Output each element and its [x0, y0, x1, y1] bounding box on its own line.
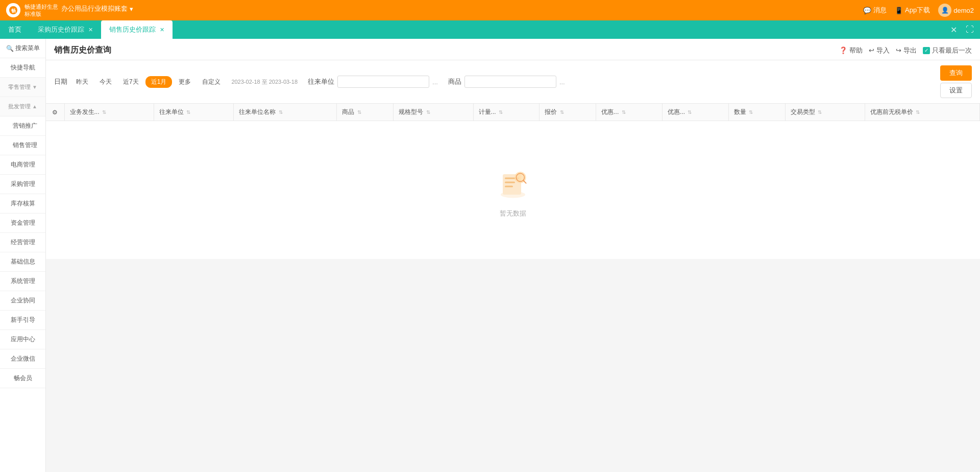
close-window-btn[interactable]: ✕ [947, 23, 960, 36]
tab-purchase-history[interactable]: 采购历史价跟踪 ✕ [30, 20, 101, 39]
product-dots[interactable]: ... [559, 78, 565, 86]
table-header-pre-tax-price[interactable]: 优惠前无税单价 ⇅ [865, 104, 980, 121]
sidebar-item-guide[interactable]: 新手引导 [0, 311, 45, 330]
sidebar-item-inventory[interactable]: 库存核算 [0, 194, 45, 214]
table-header-spec[interactable]: 规格型号 ⇅ [394, 104, 473, 121]
svg-rect-6 [505, 185, 513, 187]
date-btn-custom[interactable]: 自定义 [198, 76, 225, 88]
date-label: 日期 [54, 77, 67, 86]
sort-icon: ⇅ [818, 109, 822, 115]
date-filter-group: 日期 昨天 今天 近7天 近1月 更多 自定义 2023-02-18 至 202… [54, 76, 298, 88]
sidebar: 🔍 搜索菜单 快捷导航 零售管理 ▼ 批发管理 ▲ 营销推广 销售管理 电商管理… [0, 39, 46, 472]
table-header-discount2[interactable]: 优惠... ⇅ [663, 104, 729, 121]
sort-icon: ⇅ [102, 109, 106, 115]
tab-purchase-history-close[interactable]: ✕ [88, 27, 93, 33]
table-header-partner-code[interactable]: 往来单位 ⇅ [154, 104, 233, 121]
sort-icon: ⇅ [622, 109, 626, 115]
partner-input[interactable] [337, 76, 429, 88]
sort-icon: ⇅ [560, 109, 564, 115]
sidebar-item-app-center[interactable]: 应用中心 [0, 330, 45, 349]
sort-icon: ⇅ [357, 109, 361, 115]
page-actions: ❓ 帮助 ↩ 导入 ↪ 导出 ✓ 只看最后一次 [839, 46, 972, 55]
tab-sales-history[interactable]: 销售历史价跟踪 ✕ [101, 20, 173, 39]
page-header: 销售历史价查询 ❓ 帮助 ↩ 导入 ↪ 导出 ✓ [46, 39, 980, 60]
avatar: 👤 [938, 4, 951, 17]
sort-icon: ⇅ [688, 109, 692, 115]
svg-rect-5 [505, 181, 515, 183]
sidebar-item-system[interactable]: 系统管理 [0, 272, 45, 291]
export-btn[interactable]: ↪ 导出 [896, 46, 917, 55]
sidebar-item-ecommerce[interactable]: 电商管理 [0, 155, 45, 175]
sort-icon: ⇅ [499, 109, 503, 115]
empty-illustration [493, 162, 533, 203]
empty-text: 暂无数据 [500, 209, 526, 218]
date-btn-last7[interactable]: 近7天 [118, 76, 143, 88]
gear-icon: ⚙ [52, 109, 58, 116]
top-right-actions: 💬 消息 📱 App下载 👤 demo2 [863, 4, 974, 17]
sidebar-item-retail[interactable]: 零售管理 ▼ [0, 78, 45, 97]
table-header-gear[interactable]: ⚙ [46, 104, 64, 121]
sidebar-item-wechat[interactable]: 企业微信 [0, 349, 45, 369]
logo-area: 畅 畅捷通好生意 标准版 [6, 3, 58, 18]
date-btn-today[interactable]: 今天 [95, 76, 116, 88]
sidebar-item-finance[interactable]: 资金管理 [0, 214, 45, 233]
date-btn-yesterday[interactable]: 昨天 [71, 76, 93, 88]
date-btn-last-month[interactable]: 近1月 [145, 76, 173, 88]
import-btn[interactable]: ↩ 导入 [869, 46, 890, 55]
help-icon: ❓ [839, 46, 847, 54]
product-filter-group: 商品 ... [448, 76, 565, 88]
table-header-quote[interactable]: 报价 ⇅ [540, 104, 596, 121]
page-title: 销售历史价查询 [54, 45, 111, 56]
tab-bar-right: ✕ ⛶ [947, 23, 980, 36]
only-last-checkbox[interactable]: ✓ 只看最后一次 [923, 46, 972, 55]
table-container: ⚙ 业务发生... ⇅ 往来单位 ⇅ 往来单位名称 ⇅ [46, 104, 980, 259]
product-label: 商品 [448, 77, 461, 86]
table-header-product[interactable]: 商品 ⇅ [337, 104, 394, 121]
sort-icon: ⇅ [749, 109, 753, 115]
import-icon: ↩ [869, 46, 874, 54]
settings-button[interactable]: 设置 [940, 83, 972, 98]
table-header-quantity[interactable]: 数量 ⇅ [728, 104, 785, 121]
sidebar-item-marketing[interactable]: 营销推广 [0, 116, 45, 136]
table-header-trade-type[interactable]: 交易类型 ⇅ [785, 104, 865, 121]
query-button[interactable]: 查询 [940, 65, 972, 81]
message-icon: 💬 [863, 7, 871, 14]
table-header-row: ⚙ 业务发生... ⇅ 往来单位 ⇅ 往来单位名称 ⇅ [46, 104, 980, 121]
top-header: 畅 畅捷通好生意 标准版 办公用品行业模拟账套 ▾ 💬 消息 📱 App下载 👤… [0, 0, 980, 20]
help-btn[interactable]: ❓ 帮助 [839, 46, 863, 55]
sidebar-item-member[interactable]: 畅会员 [0, 369, 45, 388]
sidebar-item-wholesale[interactable]: 批发管理 ▲ [0, 97, 45, 116]
date-options: 昨天 今天 近7天 近1月 更多 自定义 [71, 76, 225, 88]
sort-icon: ⇅ [426, 109, 430, 115]
chevron-up-icon: ▲ [32, 104, 37, 109]
table-header-biz-date[interactable]: 业务发生... ⇅ [64, 104, 154, 121]
filter-row: 日期 昨天 今天 近7天 近1月 更多 自定义 2023-02-18 至 202… [46, 60, 980, 104]
sidebar-item-enterprise[interactable]: 企业协同 [0, 291, 45, 311]
checkbox-icon: ✓ [923, 47, 930, 54]
date-btn-more[interactable]: 更多 [174, 76, 195, 88]
table-header-partner-name[interactable]: 往来单位名称 ⇅ [234, 104, 337, 121]
sort-icon: ⇅ [279, 109, 283, 115]
sidebar-item-quick-nav[interactable]: 快捷导航 [0, 58, 45, 78]
partner-dots[interactable]: ... [432, 78, 438, 86]
app-selector[interactable]: 办公用品行业模拟账套 ▾ [61, 4, 133, 13]
table-header-unit[interactable]: 计量... ⇅ [473, 104, 540, 121]
sort-icon: ⇅ [186, 109, 190, 115]
sidebar-item-sales-mgmt[interactable]: 销售管理 [0, 136, 45, 155]
tab-sales-history-close[interactable]: ✕ [160, 27, 164, 33]
download-icon: 📱 [895, 7, 903, 14]
maximize-btn[interactable]: ⛶ [964, 23, 976, 36]
tab-bar: 首页 采购历史价跟踪 ✕ 销售历史价跟踪 ✕ ✕ ⛶ [0, 20, 980, 39]
sidebar-item-operations[interactable]: 经营管理 [0, 233, 45, 252]
sidebar-item-search[interactable]: 🔍 搜索菜单 [0, 39, 45, 58]
svg-text:畅: 畅 [11, 8, 16, 13]
table-header-discount1[interactable]: 优惠... ⇅ [596, 104, 663, 121]
sidebar-item-purchase-mgmt[interactable]: 采购管理 [0, 175, 45, 194]
user-profile-btn[interactable]: 👤 demo2 [938, 4, 974, 17]
tab-home[interactable]: 首页 [0, 20, 30, 39]
message-btn[interactable]: 💬 消息 [863, 6, 887, 15]
product-input[interactable] [464, 76, 556, 88]
app-download-btn[interactable]: 📱 App下载 [895, 6, 930, 15]
query-buttons: 查询 设置 [940, 65, 972, 98]
sidebar-item-basic-info[interactable]: 基础信息 [0, 252, 45, 272]
